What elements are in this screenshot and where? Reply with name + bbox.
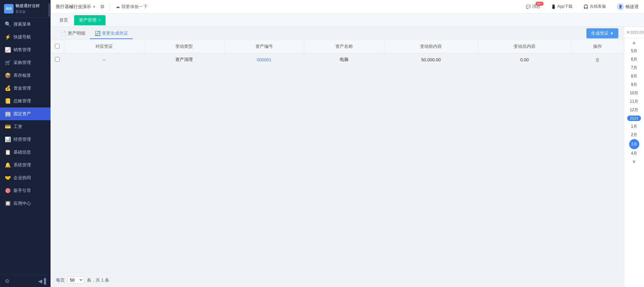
- cal-month-10[interactable]: 10月: [624, 89, 644, 97]
- sidebar-item-label: 基础信息: [13, 149, 31, 155]
- cal-month-6[interactable]: 6月: [624, 55, 644, 64]
- sidebar-item-basic-info[interactable]: 📋 基础信息: [0, 146, 51, 159]
- sidebar-item-quick-nav[interactable]: ⚡ 快捷导航: [0, 31, 51, 43]
- row-checkbox[interactable]: [55, 57, 60, 62]
- sidebar-nav: 🔍 搜索菜单 ⚡ 快捷导航 📈 销售管理 🛒 采购管理 📦 库存核算 💰 资金管…: [0, 18, 51, 275]
- main-area: 医疗器械行业演示 ▼ ⚙ ☁ 我要体验一下 💬 消息 99+ 📱 App下载 🎧…: [51, 0, 644, 287]
- sidebar-item-label: 搜索菜单: [13, 21, 31, 27]
- experience-button[interactable]: ☁ 我要体验一下: [116, 4, 148, 10]
- cal-month-7[interactable]: 7月: [624, 64, 644, 72]
- company-arrow-icon: ▼: [92, 5, 96, 9]
- sidebar-item-label: 固定资产: [13, 111, 31, 117]
- topbar: 医疗器械行业演示 ▼ ⚙ ☁ 我要体验一下 💬 消息 99+ 📱 App下载 🎧…: [51, 0, 644, 13]
- subtab-change-voucher[interactable]: 🔄 变更生成凭证: [90, 28, 133, 39]
- select-all-checkbox[interactable]: [55, 44, 60, 49]
- sidebar-item-label: 应用中心: [13, 200, 31, 206]
- table-select-all-header[interactable]: [51, 40, 64, 53]
- generate-voucher-button[interactable]: 生成凭证 ▼: [586, 28, 618, 38]
- sidebar-item-system[interactable]: 🔔 系统管理: [0, 159, 51, 171]
- app-center-icon: 🔲: [5, 200, 11, 206]
- cal-month-2[interactable]: 2月: [624, 131, 644, 139]
- cal-month-11[interactable]: 11月: [624, 97, 644, 106]
- search-icon: 🔍: [5, 21, 11, 27]
- sidebar-item-operations[interactable]: 📊 经营管理: [0, 133, 51, 146]
- sidebar-item-guide[interactable]: 🎯 新手引导: [0, 184, 51, 197]
- generate-btn-arrow-icon: ▼: [610, 31, 614, 35]
- cal-month-3-active[interactable]: 3月: [629, 139, 639, 149]
- sidebar-item-label: 总账管理: [13, 98, 31, 104]
- cell-change-type: 资产清理: [144, 53, 224, 66]
- quick-nav-icon: ⚡: [5, 34, 11, 40]
- sidebar-item-search[interactable]: 🔍 搜索菜单: [0, 18, 51, 31]
- inventory-icon: 📦: [5, 72, 11, 78]
- settings-gear-icon[interactable]: ⚙: [100, 4, 104, 10]
- operations-icon: 📊: [5, 136, 11, 142]
- fixed-assets-icon: 🏢: [5, 111, 11, 117]
- cal-month-1[interactable]: 1月: [624, 122, 644, 131]
- sidebar-item-purchase[interactable]: 🛒 采购管理: [0, 56, 51, 69]
- tab-close-icon[interactable]: ×: [98, 18, 101, 23]
- notifications-button[interactable]: 💬 消息 99+: [526, 4, 540, 9]
- main-panel: 📄 资产明细 🔄 变更生成凭证 生成凭证 ▼: [51, 27, 624, 287]
- sidebar-item-fixed-assets[interactable]: 🏢 固定资产: [0, 107, 51, 120]
- cal-scroll-down-icon[interactable]: ▼: [624, 158, 644, 166]
- delete-row-icon[interactable]: 🗑: [595, 57, 600, 63]
- subtabs: 📄 资产明细 🔄 变更生成凭证: [56, 28, 133, 39]
- col-change-type: 变动类型: [144, 40, 224, 53]
- cal-month-8[interactable]: 8月: [624, 72, 644, 81]
- sidebar-item-app-center[interactable]: 🔲 应用中心: [0, 197, 51, 210]
- col-ops: 操作: [571, 40, 624, 53]
- settings-icon[interactable]: ⚙: [5, 278, 9, 284]
- sidebar-item-label: 经营管理: [13, 136, 31, 142]
- app-name: 畅捷通好业财: [16, 3, 40, 9]
- notification-badge: 99+: [535, 2, 543, 6]
- col-voucher: 对应凭证: [64, 40, 144, 53]
- col-after: 变动后内容: [478, 40, 572, 53]
- sidebar-item-inventory[interactable]: 📦 库存核算: [0, 69, 51, 82]
- pagination: 每页 50 10 20 100 条，共 1 条: [51, 273, 624, 287]
- tab-home[interactable]: 首页: [55, 15, 73, 25]
- subtab-asset-detail[interactable]: 📄 资产明细: [56, 28, 90, 39]
- message-icon: 💬: [526, 4, 531, 9]
- user-menu[interactable]: 👤 畅捷通: [617, 3, 639, 10]
- cal-month-12[interactable]: 12月: [624, 106, 644, 114]
- per-page-select[interactable]: 50 10 20 100: [67, 277, 84, 284]
- cal-month-4[interactable]: 4月: [624, 149, 644, 158]
- username: 畅捷通: [625, 4, 639, 10]
- topbar-divider: [110, 4, 110, 10]
- cell-asset-no: 000001: [224, 53, 304, 66]
- subtab-label: 变更生成凭证: [102, 30, 128, 36]
- online-service-button[interactable]: 🎧 在线客服: [583, 4, 606, 9]
- cal-year-badge: 2023: [627, 116, 641, 121]
- sidebar-item-sales[interactable]: 📈 销售管理: [0, 43, 51, 56]
- cal-scroll-up-icon[interactable]: ▲: [624, 38, 644, 47]
- table-wrapper: 对应凭证 变动类型 资产编号 资产名称: [51, 40, 624, 273]
- purchase-icon: 🛒: [5, 60, 11, 66]
- collapse-icon[interactable]: ◀▐: [38, 278, 46, 284]
- sidebar-item-payroll[interactable]: 💳 工资: [0, 120, 51, 133]
- right-panel-close-icon[interactable]: ✕: [626, 30, 630, 35]
- row-checkbox-cell[interactable]: [51, 53, 64, 66]
- subtab-label: 资产明细: [68, 30, 85, 36]
- cal-month-9[interactable]: 9月: [624, 81, 644, 89]
- topbar-right: 💬 消息 99+ 📱 App下载 🎧 在线客服 👤 畅捷通: [526, 3, 639, 10]
- col-before: 变动前内容: [384, 40, 478, 53]
- sidebar-item-label: 销售管理: [13, 47, 31, 53]
- enterprise-icon: 🤝: [5, 175, 11, 181]
- app-download-button[interactable]: 📱 App下载: [551, 4, 573, 9]
- sidebar-item-ledger[interactable]: 📒 总账管理: [0, 95, 51, 107]
- sidebar-item-label: 新手引导: [13, 188, 31, 194]
- sidebar-item-funds[interactable]: 💰 资金管理: [0, 82, 51, 95]
- cal-month-5[interactable]: 5月: [624, 47, 644, 55]
- cell-ops[interactable]: 🗑: [571, 53, 624, 66]
- sidebar-item-enterprise[interactable]: 🤝 企业协同: [0, 171, 51, 184]
- sidebar: AtA 畅捷通好业财 普及版 🔍 搜索菜单 ⚡ 快捷导航 📈 销售管理 🛒 采购…: [0, 0, 51, 287]
- per-page-label: 每页: [56, 277, 65, 283]
- cell-asset-name: 电脑: [304, 53, 385, 66]
- company-selector[interactable]: 医疗器械行业演示 ▼: [56, 4, 96, 10]
- guide-icon: 🎯: [5, 188, 11, 194]
- subtabs-row: 📄 资产明细 🔄 变更生成凭证 生成凭证 ▼: [51, 27, 624, 40]
- sales-icon: 📈: [5, 47, 11, 53]
- tab-asset-management[interactable]: 资产管理 ×: [74, 15, 105, 25]
- sidebar-item-label: 快捷导航: [13, 34, 31, 40]
